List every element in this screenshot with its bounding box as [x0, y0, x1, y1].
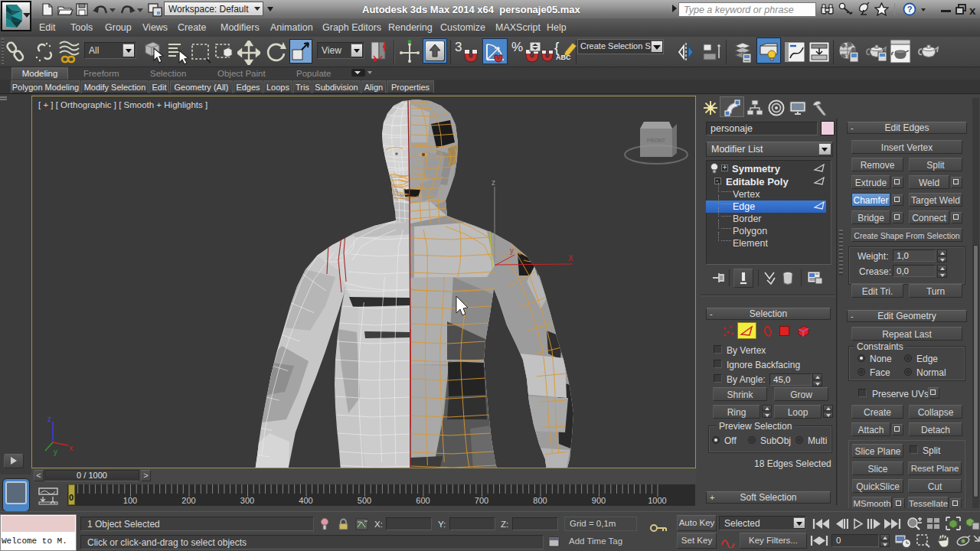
- svg-text:800: 800: [533, 496, 547, 505]
- svg-text:?: ?: [907, 5, 913, 14]
- svg-text:200: 200: [181, 496, 195, 505]
- svg-text:y: y: [54, 448, 57, 456]
- svg-text:700: 700: [475, 496, 488, 505]
- svg-text:z: z: [47, 415, 51, 423]
- svg-text:y: y: [510, 246, 514, 255]
- svg-text:100: 100: [123, 496, 137, 505]
- svg-text:300: 300: [240, 496, 254, 505]
- svg-text:600: 600: [416, 496, 430, 505]
- svg-text:1000: 1000: [648, 496, 666, 505]
- svg-text:x: x: [69, 444, 73, 452]
- svg-text:z: z: [492, 178, 495, 187]
- svg-text:FRONT: FRONT: [647, 138, 666, 143]
- svg-text:400: 400: [299, 496, 312, 505]
- svg-text:500: 500: [358, 496, 371, 505]
- svg-text:X: X: [568, 254, 573, 262]
- svg-text:900: 900: [592, 496, 606, 505]
